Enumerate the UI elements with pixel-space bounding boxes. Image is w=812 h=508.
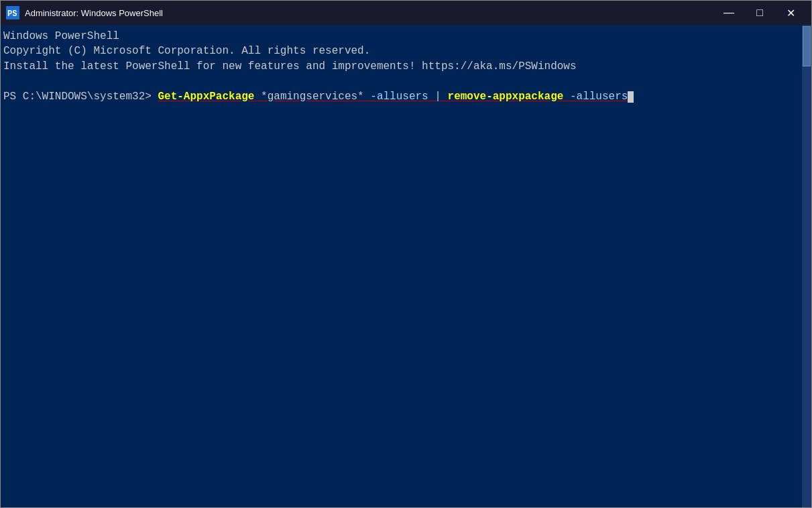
- console-area[interactable]: Windows PowerShell Copyright (C) Microso…: [1, 25, 811, 507]
- maximize-button[interactable]: □: [744, 1, 775, 25]
- cursor: [628, 91, 634, 103]
- pipe: |: [428, 91, 441, 103]
- line-copyright: Copyright (C) Microsoft Corporation. All…: [3, 44, 799, 58]
- line-install: Install the latest PowerShell for new fe…: [3, 59, 799, 74]
- scrollbar-thumb[interactable]: [803, 26, 811, 66]
- ps-prompt: PS C:\WINDOWS\system32>: [3, 91, 158, 103]
- line-command: PS C:\WINDOWS\system32> Get-AppxPackage …: [3, 89, 799, 104]
- window-controls: — □ ✕: [713, 1, 806, 25]
- cmd1: Get-AppxPackage: [158, 91, 254, 103]
- minimize-button[interactable]: —: [713, 1, 744, 25]
- param1: -allusers: [364, 91, 428, 103]
- window-title: Administrator: Windows PowerShell: [25, 8, 713, 18]
- command-text: Get-AppxPackage *gamingservices* -alluse…: [158, 91, 628, 103]
- close-button[interactable]: ✕: [775, 1, 806, 25]
- scrollbar[interactable]: [802, 25, 811, 507]
- line-title: Windows PowerShell: [3, 29, 799, 44]
- line-blank: [3, 74, 799, 89]
- title-bar: PS Administrator: Windows PowerShell — □…: [1, 1, 811, 25]
- cmd2: remove-appxpackage: [441, 91, 563, 103]
- powershell-window: PS Administrator: Windows PowerShell — □…: [0, 0, 812, 508]
- param2: -allusers: [563, 91, 628, 103]
- app-icon: PS: [6, 6, 19, 19]
- console-output[interactable]: Windows PowerShell Copyright (C) Microso…: [1, 25, 802, 507]
- svg-text:PS: PS: [7, 9, 17, 19]
- arg1: *gamingservices*: [254, 91, 363, 103]
